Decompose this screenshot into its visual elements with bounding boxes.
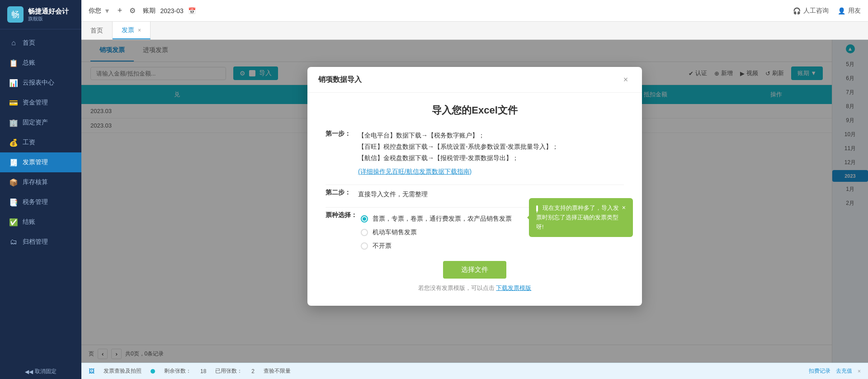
step1-line2: 【百旺】税控盘数据下载→【系统设置-系统参数设置-发票批量导入】；	[358, 141, 558, 152]
logo-icon: 畅	[7, 6, 24, 23]
user-menu[interactable]: 👤 用友	[838, 7, 861, 15]
step1-line3: 【航信】金税盘数据下载→【报税管理-发票数据导出】；	[358, 152, 558, 164]
calendar-icon: 📅	[188, 7, 196, 14]
modal-title: 销项数据导入	[318, 75, 362, 85]
sidebar-item-label: 库存核算	[23, 178, 48, 186]
bottom-bar-close-button[interactable]: ×	[858, 368, 861, 374]
tooltip-bubble: × | 现在支持的票种多了，导入发票时别忘了选择正确的发票类型呀!	[529, 198, 633, 237]
ledger-icon: 📋	[9, 58, 18, 67]
sidebar-item-label: 结账	[23, 218, 35, 226]
step2-content: 直接导入文件，无需整理	[358, 189, 428, 200]
sidebar-item-label: 总账	[23, 59, 35, 67]
sidebar-item-label: 归档管理	[23, 238, 48, 246]
settlement-icon: ✅	[9, 218, 18, 227]
sidebar-item-label: 工资	[23, 138, 35, 147]
invoice-icon: 🧾	[9, 158, 18, 167]
inventory-icon: 📦	[9, 178, 18, 187]
archive-icon: 🗂	[9, 237, 18, 246]
headset-icon: 🎧	[793, 7, 801, 14]
logo-text: 畅捷通好会计 旗舰版	[28, 7, 69, 22]
modal-main-title: 导入您的Excel文件	[326, 104, 624, 117]
tooltip-close-button[interactable]: ×	[622, 203, 626, 213]
download-hint: 若您没有发票模版，可以点击 下载发票模版	[326, 284, 624, 292]
ticket-label: 票种选择：	[326, 211, 357, 219]
tab-close-icon[interactable]: ×	[138, 27, 141, 33]
company-selector[interactable]: 你您 ▼	[89, 7, 110, 15]
sidebar-item-cloud-report[interactable]: 📊 云报表中心	[0, 73, 81, 93]
add-tab-button[interactable]: +	[118, 6, 123, 15]
tooltip-text: 现在支持的票种多了，导入发票时别忘了选择正确的发票类型呀!	[536, 204, 619, 230]
step1-label: 第一步：	[326, 130, 354, 138]
main-area: 你您 ▼ + ⚙ 账期 2023-03 📅 🎧 人工咨询 👤 用友	[81, 0, 868, 379]
sidebar-nav: ⌂ 首页 📋 总账 📊 云报表中心 💳 资金管理 🏢 固定资产 💰 工资	[0, 29, 81, 364]
sidebar-item-label: 首页	[23, 39, 35, 47]
modal-dialog: 销项数据导入 × 导入您的Excel文件 第一步： 【全电平台】数据下载→【税务…	[307, 67, 642, 306]
used-value: 2	[251, 368, 255, 374]
step1-line1: 【全电平台】数据下载→【税务数字账户】；	[358, 130, 558, 141]
radio-normal-circle	[361, 215, 368, 223]
sidebar-item-invoice[interactable]: 🧾 发票管理	[0, 152, 81, 172]
tax-icon: 📑	[9, 198, 18, 207]
support-button[interactable]: 🎧 人工咨询	[793, 7, 829, 15]
settings-icon[interactable]: ⚙	[129, 6, 136, 15]
choose-file-button[interactable]: 选择文件	[443, 261, 506, 279]
sidebar: 畅 畅捷通好会计 旗舰版 ⌂ 首页 📋 总账 📊 云报表中心 💳 资金管理	[0, 0, 81, 379]
step1-guide-link[interactable]: (详细操作见百旺/航信发票数据下载指南)	[358, 168, 472, 175]
sidebar-item-label: 资金管理	[23, 99, 48, 107]
sidebar-item-label: 固定资产	[23, 118, 48, 127]
content-area: 销项发票 进项发票 ⚙ 导入 ✔ 认证	[81, 40, 868, 363]
radio-normal-label: 普票，专票，卷票，通行费发票，农产品销售发票	[373, 215, 512, 223]
step1-content: 【全电平台】数据下载→【税务数字账户】； 【百旺】税控盘数据下载→【系统设置-系…	[358, 130, 558, 177]
radio-motor-label: 机动车销售发票	[373, 228, 417, 237]
modal-header: 销项数据导入 ×	[307, 67, 642, 93]
modal-overlay: 销项数据导入 × 导入您的Excel文件 第一步： 【全电平台】数据下载→【税务…	[81, 40, 868, 363]
sidebar-item-fund[interactable]: 💳 资金管理	[0, 93, 81, 113]
sidebar-item-home[interactable]: ⌂ 首页	[0, 33, 81, 53]
radio-motor-circle	[361, 229, 368, 236]
recharge-record-link[interactable]: 扣费记录	[809, 367, 830, 375]
tooltip-bar-icon: |	[536, 205, 538, 212]
tabbar: 首页 发票 ×	[81, 22, 868, 40]
topbar-right: 🎧 人工咨询 👤 用友	[793, 7, 861, 15]
charge-link[interactable]: 去充值	[836, 367, 852, 375]
tab-home[interactable]: 首页	[81, 22, 113, 39]
tab-invoice[interactable]: 发票 ×	[113, 22, 151, 39]
invoice-verify-label: 发票查验及拍照	[104, 367, 142, 375]
radio-no-invoice-circle	[361, 242, 368, 250]
user-icon: 👤	[838, 7, 845, 14]
home-icon: ⌂	[9, 38, 18, 47]
cloud-report-icon: 📊	[9, 78, 18, 87]
bottom-bar-right: 扣费记录 去充值 ×	[809, 367, 861, 375]
sidebar-cancel-fixed[interactable]: ◀◀ 取消固定	[0, 364, 81, 379]
modal-close-button[interactable]: ×	[620, 74, 631, 85]
step2-label: 第二步：	[326, 189, 354, 197]
sidebar-item-archive[interactable]: 🗂 归档管理	[0, 232, 81, 252]
fund-icon: 💳	[9, 98, 18, 107]
remaining-label: 剩余张数：	[164, 367, 191, 375]
step-divider	[326, 185, 624, 185]
period-display: 账期 2023-03 📅	[143, 7, 195, 15]
company-dropdown-icon: ▼	[104, 7, 110, 14]
sidebar-item-ledger[interactable]: 📋 总账	[0, 53, 81, 73]
radio-no-invoice-label: 不开票	[373, 242, 392, 250]
used-label: 已用张数：	[215, 367, 242, 375]
download-template-link[interactable]: 下载发票模版	[496, 284, 531, 291]
sidebar-item-tax[interactable]: 📑 税务管理	[0, 192, 81, 212]
sidebar-item-salary[interactable]: 💰 工资	[0, 133, 81, 152]
assets-icon: 🏢	[9, 118, 18, 127]
invoice-verify-icon[interactable]: 🖼	[89, 368, 94, 374]
radio-group: 普票，专票，卷票，通行费发票，农产品销售发票 机动车销售发票 不开票	[361, 215, 512, 250]
sidebar-item-label: 税务管理	[23, 198, 48, 206]
radio-motor[interactable]: 机动车销售发票	[361, 228, 512, 237]
remaining-value: 18	[200, 368, 206, 374]
sidebar-item-inventory[interactable]: 📦 库存核算	[0, 172, 81, 192]
topbar: 你您 ▼ + ⚙ 账期 2023-03 📅 🎧 人工咨询 👤 用友	[81, 0, 868, 22]
status-dot	[151, 369, 155, 374]
sidebar-item-settlement[interactable]: ✅ 结账	[0, 212, 81, 232]
radio-normal[interactable]: 普票，专票，卷票，通行费发票，农产品销售发票	[361, 215, 512, 223]
bottom-bar: 🖼 发票查验及拍照 剩余张数： 18 已用张数： 2 查验不限量 扣费记录 去充…	[81, 363, 868, 379]
sidebar-item-label: 发票管理	[23, 158, 48, 166]
sidebar-item-assets[interactable]: 🏢 固定资产	[0, 113, 81, 133]
sidebar-item-label: 云报表中心	[23, 79, 54, 87]
radio-no-invoice[interactable]: 不开票	[361, 242, 512, 250]
